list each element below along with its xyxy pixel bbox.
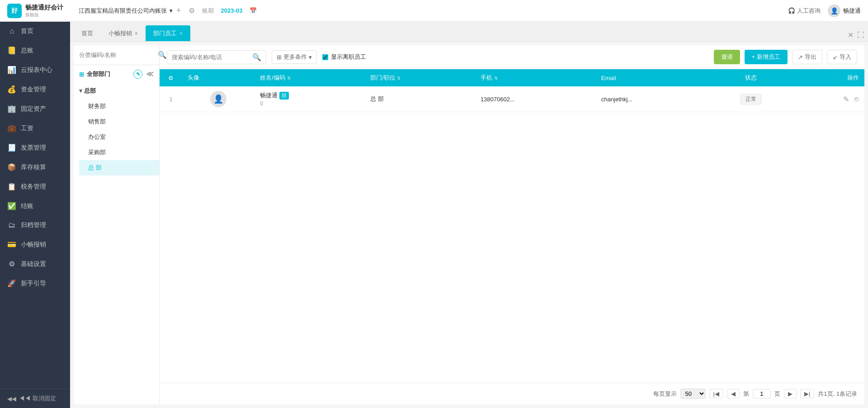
expense-icon: 💳 [7, 240, 16, 249]
tab-expense-label: 小畅报销 [108, 29, 132, 38]
sidebar-item-tax[interactable]: 📋 税务管理 [0, 177, 70, 196]
next-page-button[interactable]: ▶ [784, 389, 797, 399]
show-resigned-checkbox[interactable] [322, 54, 328, 60]
company-selector[interactable]: 江西服宝精品有限责任公司内账张 ▾ [75, 5, 176, 17]
avatar-icon: 👤 [830, 7, 838, 14]
company-dropdown-icon: ▾ [170, 7, 173, 14]
logo-text-group: 畅捷通好会计 旗舰版 [25, 4, 63, 18]
tab-home[interactable]: 首页 [74, 25, 101, 41]
dept-item-finance[interactable]: 财务部 [79, 99, 159, 114]
sidebar-item-home[interactable]: ⌂ 首页 [0, 22, 70, 41]
tab-expense[interactable]: 小畅报销 × [101, 25, 146, 41]
sidebar-item-funds[interactable]: 💰 资金管理 [0, 80, 70, 99]
status-badge: 正常 [741, 94, 761, 104]
per-page-label: 每页显示 [653, 390, 677, 398]
edit-dept-button[interactable]: ✎ [133, 70, 142, 79]
home-icon: ⌂ [7, 27, 16, 35]
delete-employee-button[interactable]: ⎋ [854, 95, 859, 103]
page-number-input[interactable] [753, 389, 771, 399]
tab-close-button[interactable]: ✕ [848, 31, 854, 39]
dept-general-label: 总 部 [88, 164, 102, 171]
col-settings[interactable]: ⚙ [160, 69, 182, 86]
consult-button[interactable]: 🎧 人工咨询 [788, 7, 821, 15]
sidebar-item-guide[interactable]: 🚀 新手引导 [0, 274, 70, 293]
sidebar-item-reports[interactable]: 📊 云报表中心 [0, 60, 70, 80]
assets-icon: 🏢 [7, 104, 16, 113]
sidebar-label-expense: 小畅报销 [21, 241, 46, 249]
table-header-row: ⚙ 头像 姓名/编码 ⇅ 部门/职位 ⇅ [160, 69, 864, 86]
import-button[interactable]: ↙ 导入 [827, 50, 857, 64]
filter-dropdown-icon: ▾ [309, 54, 312, 61]
calendar-icon[interactable]: 📅 [250, 7, 257, 14]
period-label: 账期 [202, 7, 214, 15]
tab-employee[interactable]: 部门员工 × [146, 25, 190, 41]
employee-search-input[interactable] [172, 54, 250, 61]
show-resigned-label[interactable]: 显示离职员工 [322, 53, 366, 61]
dept-header-left: ⊞ 全部部门 [79, 70, 110, 78]
logo-icon: 好 [7, 4, 22, 18]
tab-employee-close[interactable]: × [179, 30, 183, 37]
collapse-dept-button[interactable]: ≪ [146, 70, 154, 79]
export-icon: ↗ [798, 54, 803, 61]
expand-icon: ▾ [79, 87, 84, 94]
dept-header: ⊞ 全部部门 ✎ ≪ [74, 65, 159, 83]
invite-button[interactable]: 邀请 [714, 50, 740, 64]
filter-button[interactable]: ⊞ 更多条件 ▾ [272, 50, 317, 64]
toolbar-right: 邀请 + 新增员工 ↗ 导出 ↙ 导入 [714, 50, 857, 64]
show-resigned-text: 显示离职员工 [331, 53, 366, 61]
sidebar-label-salary: 工资 [21, 124, 33, 133]
sidebar-item-ledger[interactable]: 📒 总账 [0, 41, 70, 60]
tab-expense-close[interactable]: × [135, 30, 138, 37]
import-icon: ↙ [833, 54, 838, 61]
sidebar-item-salary[interactable]: 💼 工资 [0, 119, 70, 138]
col-status: 状态 [708, 69, 793, 86]
checkout-icon: ✅ [7, 202, 16, 210]
dept-finance-label: 财务部 [88, 103, 106, 109]
sidebar-label-invoice: 发票管理 [21, 144, 46, 152]
sidebar-label-assets: 固定资产 [21, 105, 46, 113]
sidebar-item-inventory[interactable]: 📦 库存核算 [0, 157, 70, 177]
row-actions: ✎ ⎋ [793, 86, 864, 112]
first-page-button[interactable]: |◀ [709, 389, 723, 399]
dept-item-office[interactable]: 办公室 [79, 129, 159, 145]
name-sort-icon[interactable]: ⇅ [287, 76, 291, 81]
settings-button[interactable]: ⚙ [189, 6, 195, 15]
dept-item-general[interactable]: 总 部 [79, 160, 159, 176]
pin-icon: ◀◀ [7, 395, 16, 402]
avatar-person-icon: 👤 [213, 94, 223, 104]
add-book-button[interactable]: + [176, 6, 181, 15]
cancel-pin-button[interactable]: ◀◀ ◀◀ 取消固定 [0, 389, 70, 408]
per-page-select[interactable]: 50 100 200 [680, 389, 706, 399]
col-phone: 手机 ⇅ [475, 69, 596, 86]
user-name: 畅捷通 [843, 7, 861, 15]
sidebar-label-checkout: 结账 [21, 202, 33, 210]
sidebar-item-expense[interactable]: 💳 小畅报销 [0, 235, 70, 254]
last-page-button[interactable]: ▶| [800, 389, 814, 399]
employee-search-box: 🔍 [167, 50, 266, 64]
row-index: 1 [160, 86, 182, 112]
row-status: 正常 [708, 86, 793, 112]
app-sub: 旗舰版 [25, 12, 63, 18]
dept-search-input[interactable] [79, 52, 155, 58]
page-label: 第 [743, 390, 749, 398]
sidebar-item-checkout[interactable]: ✅ 结账 [0, 196, 70, 216]
dept-item-purchase[interactable]: 采购部 [79, 145, 159, 160]
invoice-icon: 🧾 [7, 143, 16, 152]
dept-header-icons: ✎ ≪ [133, 70, 154, 79]
employee-search-icon[interactable]: 🔍 [252, 53, 261, 62]
phone-sort-icon[interactable]: ⇅ [494, 76, 498, 81]
avatar-cell: 👤 [188, 91, 249, 107]
dept-sort-icon[interactable]: ⇅ [397, 76, 401, 81]
prev-page-button[interactable]: ◀ [727, 389, 740, 399]
sidebar-item-settings[interactable]: ⚙ 基础设置 [0, 254, 70, 274]
sidebar-item-assets[interactable]: 🏢 固定资产 [0, 99, 70, 119]
sidebar-item-archive[interactable]: 🗂 归档管理 [0, 216, 70, 235]
tab-expand-button[interactable]: ⛶ [857, 31, 864, 39]
col-email: Email [596, 69, 708, 86]
user-area[interactable]: 👤 畅捷通 [828, 5, 861, 17]
export-button[interactable]: ↗ 导出 [792, 50, 822, 64]
sidebar-item-invoice[interactable]: 🧾 发票管理 [0, 138, 70, 157]
add-employee-button[interactable]: + 新增员工 [745, 50, 788, 64]
dept-item-sales[interactable]: 销售部 [79, 114, 159, 129]
edit-employee-button[interactable]: ✎ [843, 95, 849, 104]
